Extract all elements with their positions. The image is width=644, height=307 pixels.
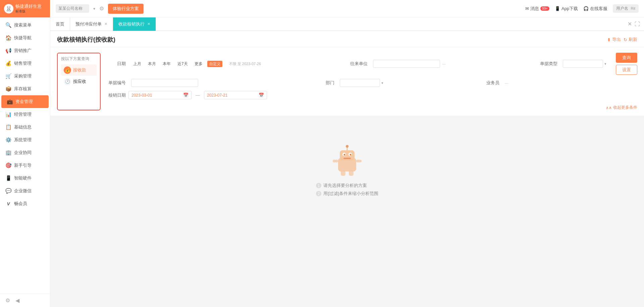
sidebar-item-marketing[interactable]: 📢 营销推广	[0, 44, 50, 57]
this-month-btn[interactable]: 本月	[146, 60, 158, 67]
settings-button[interactable]: 设置	[616, 65, 637, 75]
topbar-actions: ✉ 消息 99+ 📱 App下载 🎧 在线客服 用户名 Rit	[525, 4, 639, 13]
tab-collection-close[interactable]: ✕	[147, 22, 150, 26]
app-label: App下载	[561, 6, 578, 12]
user-name: 用户名	[616, 6, 628, 11]
empty-hints: 1 请先选择要分析的方案 2 用[过滤]条件来缩小分析范围	[316, 183, 378, 199]
collapse-conditions-btn[interactable]: ∧∧ 收起更多条件	[606, 105, 637, 110]
sidebar-item-inventory[interactable]: 📦 库存核算	[0, 83, 50, 95]
tab-prepay-label: 预付冲应付单	[75, 21, 102, 27]
staff-label: 业务员	[481, 80, 499, 86]
tab-maximize-icon[interactable]: ⛶	[635, 21, 640, 27]
dept-label: 部门	[316, 80, 334, 86]
message-label: 消息	[530, 6, 539, 12]
prev-month-btn[interactable]: 上月	[131, 60, 143, 67]
sidebar-item-search[interactable]: 🔍 搜索菜单	[0, 19, 50, 32]
dept-select[interactable]	[340, 79, 380, 87]
sidebar-item-shortcut[interactable]: 🏠 快捷导航	[0, 32, 50, 44]
counterpart-dots[interactable]: ···	[442, 61, 446, 66]
company-dropdown-arrow[interactable]: ▾	[93, 6, 95, 11]
settings-icon[interactable]: ⚙	[5, 297, 10, 304]
calendar-start-icon[interactable]: 📅	[183, 93, 189, 98]
sales-icon: 💰	[5, 60, 11, 66]
svg-rect-11	[341, 170, 345, 176]
sidebar-item-system[interactable]: ⚙️ 系统管理	[0, 134, 50, 146]
verify-date-end-input[interactable]	[207, 93, 257, 98]
sidebar-nav: 🔍 搜索菜单 🏠 快捷导航 📢 营销推广 💰 销售管理 🛒 采购管理 📦 库存核…	[0, 17, 50, 294]
verify-date-start-wrap: 📅	[128, 91, 192, 99]
sidebar-item-label: 快捷导航	[14, 35, 32, 41]
verify-date-end-wrap: 📅	[204, 91, 267, 99]
sidebar-item-hardware[interactable]: 📱 智能硬件	[0, 172, 50, 185]
tab-prepay-close[interactable]: ✕	[104, 22, 107, 26]
receivable-option-label: 按应收	[73, 79, 86, 85]
export-button[interactable]: ⬆ 导出	[607, 37, 621, 43]
doc-type-chevron: ▾	[604, 62, 606, 66]
wechat-icon: 💬	[5, 188, 11, 194]
collapse-icon[interactable]: ◀	[15, 297, 19, 304]
date-label: 日期	[107, 61, 126, 67]
tab-home[interactable]: 首页	[50, 17, 70, 31]
date-sub-text: 不限 至 2023-07-26	[229, 61, 261, 66]
staff-dots[interactable]: ···	[505, 81, 508, 86]
tab-collection-label: 收款核销执行	[118, 21, 145, 27]
logo-icon: 🐰	[4, 4, 13, 13]
collapse-label: 收起更多条件	[613, 105, 637, 110]
sidebar-item-basic[interactable]: 📋 基础信息	[0, 121, 50, 134]
7days-btn[interactable]: 近7天	[175, 60, 190, 67]
doc-no-input-wrap	[131, 79, 218, 87]
finance-icon: 💼	[7, 99, 13, 105]
sidebar-item-purchase[interactable]: 🛒 采购管理	[0, 70, 50, 83]
tab-collection[interactable]: 收款核销执行 ✕	[113, 17, 156, 31]
tabs-bar: 首页 预付冲应付单 ✕ 收款核销执行 ✕ ✕ ⛶	[50, 17, 644, 31]
sidebar-item-finance[interactable]: 💼 资金管理	[1, 95, 49, 108]
receivable-option-icon: 🕐	[64, 78, 71, 85]
solution-button[interactable]: 体验行业方案	[108, 4, 144, 14]
counterpart-input[interactable]	[373, 60, 440, 68]
verify-date-start-input[interactable]	[131, 93, 182, 98]
message-action[interactable]: ✉ 消息 99+	[525, 6, 549, 12]
refresh-button[interactable]: ↻ 刷新	[624, 37, 637, 43]
doc-type-select[interactable]	[563, 60, 603, 68]
operations-icon: 📊	[5, 111, 11, 117]
sidebar-item-label: 畅会员	[14, 201, 27, 207]
content-area: 收款核销执行(按收款) ⬆ 导出 ↻ 刷新 按以下方案查询 💰	[50, 31, 644, 307]
more-btn[interactable]: 更多	[193, 60, 205, 67]
filter-option-receivable[interactable]: 🕐 按应收	[61, 76, 97, 87]
staff-input-wrap: ···	[505, 81, 592, 86]
tab-prepay[interactable]: 预付冲应付单 ✕	[70, 17, 113, 31]
filter-fields: 日期 上月 本月 本年 近7天 更多 自定义 不限 至 2023-07-26	[107, 53, 637, 110]
company-selector[interactable]: 某某公司名称	[56, 4, 89, 13]
hint-num-2: 2	[316, 191, 321, 196]
topbar-gear-icon[interactable]: ⚙	[99, 5, 104, 12]
this-year-btn[interactable]: 本年	[161, 60, 173, 67]
svg-rect-10	[356, 160, 362, 162]
tab-close-all-icon[interactable]: ✕	[628, 21, 632, 27]
sidebar-item-enterprise[interactable]: 🏢 企业协同	[0, 146, 50, 159]
doc-no-input[interactable]	[131, 79, 198, 87]
basic-icon: 📋	[5, 124, 11, 130]
filter-option-collection[interactable]: 💰 按收款	[61, 64, 97, 76]
app-download-action[interactable]: 📱 App下载	[555, 6, 578, 12]
query-button[interactable]: 查询	[616, 53, 637, 63]
sidebar-logo: 🐰 畅捷通好生意 标准版	[0, 0, 50, 17]
sidebar: 🐰 畅捷通好生意 标准版 🔍 搜索菜单 🏠 快捷导航 📢 营销推广 💰 销售管理…	[0, 0, 50, 307]
user-info[interactable]: 用户名 Rit	[613, 4, 639, 13]
sidebar-item-operations[interactable]: 📊 经营管理	[0, 108, 50, 121]
filter-row-1: 日期 上月 本月 本年 近7天 更多 自定义 不限 至 2023-07-26	[107, 53, 637, 75]
sidebar-item-label: 智能硬件	[14, 175, 32, 181]
sidebar-item-wechat[interactable]: 💬 企业微信	[0, 185, 50, 197]
sidebar-item-label: 经营管理	[14, 111, 32, 117]
custom-date-btn[interactable]: 自定义	[207, 61, 222, 67]
member-icon: V	[5, 201, 11, 206]
sidebar-item-sales[interactable]: 💰 销售管理	[0, 57, 50, 70]
calendar-end-icon[interactable]: 📅	[259, 93, 264, 98]
sidebar-item-guide[interactable]: 🎯 新手引导	[0, 159, 50, 172]
verify-date-label: 核销日期	[107, 92, 126, 98]
doc-type-label: 单据类型	[539, 61, 557, 67]
sidebar-item-member[interactable]: V 畅会员	[0, 197, 50, 210]
hint-num-1: 1	[316, 183, 321, 188]
sidebar-item-label: 企业协同	[14, 150, 32, 156]
svg-point-8	[346, 145, 348, 148]
service-action[interactable]: 🎧 在线客服	[583, 6, 607, 12]
